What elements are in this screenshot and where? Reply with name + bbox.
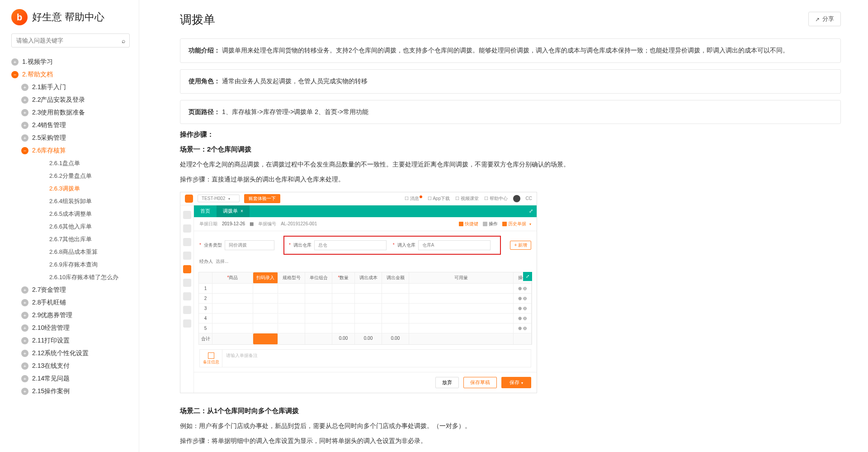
table-row[interactable]: 5⊕ ⊖ — [199, 324, 532, 333]
plus-icon: + — [21, 84, 28, 91]
nav-2-6-3[interactable]: 2.6.3调拨单 — [49, 182, 130, 195]
nav-2-1[interactable]: +2.1新手入门 — [21, 81, 130, 94]
badge-dot-icon — [420, 195, 422, 198]
note-icon — [208, 352, 214, 359]
table-row[interactable]: 4⊕ ⊖ — [199, 314, 532, 324]
nav-icon[interactable] — [183, 238, 191, 246]
nav-2-12[interactable]: +2.12系统个性化设置 — [21, 347, 130, 360]
plus-icon: + — [21, 375, 28, 382]
share-icon — [815, 16, 820, 23]
scene2-p2: 操作步骤：将单据明细中的调入仓库设置为显示，同时将单据头的调入仓设置为非必录。 — [180, 435, 841, 447]
toolbar-shortcut[interactable]: 快捷键 — [459, 221, 478, 227]
table-header: *商品 扫码录入 规格型号 单位组合 *数量 调出成本 调出金额 可用量 操作 — [199, 272, 532, 284]
tab-home[interactable]: 首页 — [194, 205, 217, 217]
nav-icon[interactable] — [183, 279, 191, 287]
tab-transfer-bill[interactable]: 调拨单× — [217, 205, 250, 217]
nav-2-6-4[interactable]: 2.6.4组装拆卸单 — [49, 195, 130, 208]
expand-icon[interactable]: ⤢ — [525, 208, 537, 214]
add-warehouse-button[interactable]: + 新增 — [510, 241, 531, 250]
app-side-nav — [180, 205, 194, 393]
bill-date-value[interactable]: 2019-12-26 — [222, 221, 245, 226]
plus-icon: + — [21, 350, 28, 357]
field-out-warehouse[interactable]: *调出仓库总仓 — [289, 240, 387, 250]
nav-icon[interactable] — [183, 306, 191, 314]
search-input[interactable] — [11, 33, 130, 48]
nav-2-4[interactable]: +2.4销售管理 — [21, 119, 130, 132]
app-detail-table: ⤢ *商品 扫码录入 规格型号 单位组合 *数量 调出成本 调出金额 可用量 操… — [198, 272, 532, 345]
field-in-warehouse[interactable]: *调入仓库仓库A — [393, 240, 491, 250]
nav-2-6-10[interactable]: 2.6.10库存账本错了怎么办 — [49, 271, 130, 284]
topbar-help[interactable]: ☐ 帮助中心 — [484, 195, 508, 202]
nav-2-6-5[interactable]: 2.6.5成本调整单 — [49, 208, 130, 220]
nav-2-6-2[interactable]: 2.6.2分量盘点单 — [49, 170, 130, 182]
topbar-video[interactable]: ☐ 视频课堂 — [455, 195, 479, 202]
nav-2-3[interactable]: +2.3使用前数据准备 — [21, 106, 130, 119]
calendar-icon[interactable]: ▦ — [250, 221, 254, 226]
search-icon[interactable]: ⌕ — [122, 37, 125, 44]
scene1-p1: 处理2个仓库之间的商品调拨，在调拨过程中不会发生商品数量的不一致性。主要处理近距… — [180, 158, 841, 171]
nav-2-6-7[interactable]: 2.6.7其他出库单 — [49, 233, 130, 246]
page-title: 调拨单 — [180, 12, 215, 28]
nav-2-13[interactable]: +2.13在线支付 — [21, 360, 130, 372]
nav-2-11[interactable]: +2.11打印设置 — [21, 334, 130, 347]
table-row[interactable]: 2⊕ ⊖ — [199, 294, 532, 304]
nav-2-6[interactable]: −2.6库存核算 — [21, 144, 130, 157]
embedded-app-screenshot-1: TEST-H002 ▾ 账套体验一下 ☐ 消息 ☐ App下载 ☐ 视频课堂 ☐… — [180, 192, 537, 394]
brand-title: 好生意 帮助中心 — [32, 10, 104, 24]
nav-help-docs[interactable]: −2.帮助文档 — [11, 68, 130, 81]
nav-2-6-1[interactable]: 2.6.1盘点单 — [49, 157, 130, 170]
plus-icon: + — [21, 388, 28, 395]
table-row[interactable]: 3⊕ ⊖ — [199, 304, 532, 314]
plus-icon: + — [21, 286, 28, 294]
nav-icon-active[interactable] — [183, 265, 191, 273]
try-account-button[interactable]: 账套体验一下 — [244, 194, 280, 203]
account-select[interactable]: TEST-H002 ▾ — [198, 195, 240, 202]
nav-icon[interactable] — [183, 224, 191, 233]
share-button[interactable]: 分享 — [808, 12, 841, 26]
topbar-username[interactable]: CC — [526, 196, 532, 201]
nav-2-9[interactable]: +2.9优惠券管理 — [21, 309, 130, 322]
nav-2-7[interactable]: +2.7资金管理 — [21, 284, 130, 296]
table-row[interactable]: 1⊕ ⊖ — [199, 284, 532, 294]
nav-2-5[interactable]: +2.5采购管理 — [21, 132, 130, 144]
avatar-icon[interactable] — [513, 195, 520, 202]
nav-2-6-6[interactable]: 2.6.6其他入库单 — [49, 220, 130, 233]
topbar-messages[interactable]: ☐ 消息 — [405, 195, 422, 202]
gear-icon — [483, 222, 487, 226]
nav-2-2[interactable]: +2.2产品安装及登录 — [21, 94, 130, 106]
field-handler[interactable]: 经办人选择... — [199, 258, 228, 265]
save-draft-button[interactable]: 保存草稿 — [463, 377, 497, 388]
close-icon[interactable]: × — [241, 209, 243, 214]
row-actions[interactable]: ⊕ ⊖ — [514, 284, 532, 294]
bill-no-label: 单据编号 — [258, 221, 276, 227]
nav-2-14[interactable]: +2.14常见问题 — [21, 372, 130, 385]
nav-icon[interactable] — [183, 319, 191, 328]
topbar-app-download[interactable]: ☐ App下载 — [428, 195, 450, 202]
nav-2-8[interactable]: +2.8手机旺铺 — [21, 296, 130, 309]
th-scan[interactable]: 扫码录入 — [253, 272, 278, 284]
nav-2-10[interactable]: +2.10经营管理 — [21, 322, 130, 334]
intro-text: 1、库存核算->库存管理->调拨单 2、首页->常用功能 — [222, 108, 368, 115]
maximize-icon[interactable]: ⤢ — [523, 272, 532, 281]
save-button[interactable]: 保存▾ — [501, 377, 531, 388]
minus-icon: − — [11, 71, 19, 78]
toolbar-operate[interactable]: 操作 — [483, 221, 498, 227]
nav-2-6-9[interactable]: 2.6.9库存账本查询 — [49, 258, 130, 271]
field-biz-type[interactable]: *业务类型同价调拨 — [199, 240, 274, 250]
discard-button[interactable]: 放弃 — [435, 377, 459, 388]
nav-icon[interactable] — [183, 252, 191, 260]
keyboard-icon — [459, 222, 463, 226]
nav-icon[interactable] — [183, 211, 191, 219]
nav-icon[interactable] — [183, 292, 191, 300]
scene1-title: 场景一：2个仓库间调拨 — [180, 145, 841, 154]
remark-box: 备注信息 请输入单据备注 — [199, 349, 531, 368]
nav-video-learning[interactable]: +1.视频学习 — [11, 56, 130, 68]
plus-icon: + — [11, 58, 19, 66]
remark-input[interactable]: 请输入单据备注 — [222, 350, 531, 367]
brand-row: b 好生意 帮助中心 — [11, 9, 130, 25]
intro-label: 功能介绍： — [189, 47, 220, 54]
nav-2-6-8[interactable]: 2.6.8商品成本重算 — [49, 246, 130, 258]
toolbar-history[interactable]: 历史单据 ▾ — [502, 221, 531, 227]
nav-2-15[interactable]: +2.15操作案例 — [21, 385, 130, 398]
minus-icon: − — [21, 147, 28, 154]
